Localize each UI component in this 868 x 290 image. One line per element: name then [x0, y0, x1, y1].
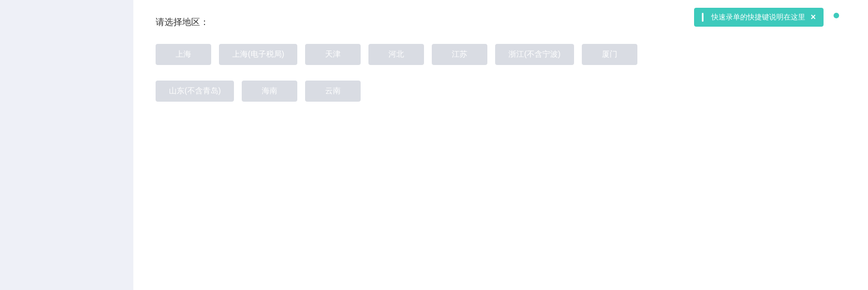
region-button-tianjin[interactable]: 天津 — [305, 44, 361, 65]
region-row-2: 山东(不含青岛)海南云南 — [156, 81, 361, 102]
region-button-zhejiang[interactable]: 浙江(不含宁波) — [495, 44, 573, 65]
region-button-shanghai-etax[interactable]: 上海(电子税局) — [219, 44, 297, 65]
tooltip-banner: 快速录单的快捷键说明在这里 × — [694, 8, 824, 27]
region-button-hainan[interactable]: 海南 — [242, 81, 297, 102]
region-row-1: 上海上海(电子税局)天津河北江苏浙江(不含宁波)厦门 — [156, 44, 637, 65]
region-button-shandong[interactable]: 山东(不含青岛) — [156, 81, 234, 102]
region-button-shanghai[interactable]: 上海 — [156, 44, 211, 65]
region-button-hebei[interactable]: 河北 — [368, 44, 424, 65]
tooltip-text: 快速录单的快捷键说明在这里 — [711, 12, 805, 22]
main-content: 请选择地区： 上海上海(电子税局)天津河北江苏浙江(不含宁波)厦门 山东(不含青… — [133, 0, 868, 290]
region-button-yunnan[interactable]: 云南 — [305, 81, 361, 102]
region-button-jiangsu[interactable]: 江苏 — [432, 44, 487, 65]
region-buttons: 上海上海(电子税局)天津河北江苏浙江(不含宁波)厦门 山东(不含青岛)海南云南 — [156, 44, 846, 109]
sidebar — [0, 0, 133, 290]
region-button-xiamen[interactable]: 厦门 — [582, 44, 637, 65]
tooltip-close-button[interactable]: × — [811, 13, 816, 22]
tooltip-dot — [834, 13, 839, 18]
